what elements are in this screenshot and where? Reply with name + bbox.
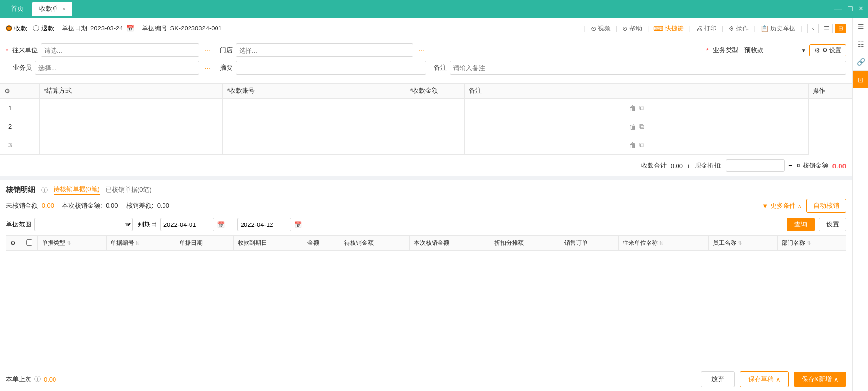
row1-account-input[interactable] [40,99,222,117]
detail-table: ⚙ *结算方式 *收款账号 *收款金额 备注 操作 1 [0,83,852,155]
footer: 本单上次 ⓘ 0.00 放弃 保存草稿 ∧ 保存&新增 ∧ [0,367,852,391]
completed-tab[interactable]: 已核销单据(0笔) [106,185,152,195]
date-to-icon[interactable]: 📅 [294,221,302,228]
right-panel-list-icon[interactable]: ☷ [853,35,868,53]
tab-collection[interactable]: 收款单 × [32,2,72,16]
row1-remark-input[interactable] [406,99,464,117]
pending-tab[interactable]: 待核销单据(0笔) [54,185,100,195]
doc-type-radio-group: 收款 退款 [6,24,54,33]
tab-home[interactable]: 首页 [4,2,30,16]
row2-settlement-input[interactable] [20,117,39,136]
row2-copy-icon[interactable]: ⧉ [639,122,644,131]
summary-field: 摘要 [220,61,426,75]
table-gear-icon[interactable]: ⚙ [4,87,10,95]
window-controls: — □ × [833,3,864,14]
row1-settlement-input[interactable] [20,99,39,117]
filter-row: 单据范围 ▼ 到期日 📅 — 📅 查询 设置 [6,218,846,231]
history-btn[interactable]: 📋 历史单据 [760,24,796,33]
shortcut-btn[interactable]: ⌨ 快捷键 [653,24,684,33]
right-panel-table-icon[interactable]: ☰ [853,18,868,35]
bottom-col-num: 单据编号⇅ [106,236,175,251]
form-area: * 往来单位 ··· 门店 ··· * 业务类型 预收款 ▼ ⚙ [0,39,852,83]
summary-input[interactable] [236,61,426,75]
row3-remark-input[interactable] [406,136,464,154]
view-list-btn[interactable]: ☰ [821,24,833,33]
col-account: *收款账号 [223,84,406,99]
history-icon: 📋 [760,25,769,32]
date-to-input[interactable] [237,218,291,231]
print-btn[interactable]: 🖨 打印 [696,24,717,33]
operations-icon: ⚙ [728,25,734,32]
business-type-chevron-icon[interactable]: ▼ [801,48,806,53]
recon-info-icon[interactable]: ⓘ [41,186,48,195]
store-input[interactable] [236,43,413,57]
bottom-col-check [22,236,38,251]
right-panel-link-icon[interactable]: 🔗 [853,53,868,71]
tab-close-icon[interactable]: × [62,6,65,12]
staff-input[interactable] [35,61,199,75]
radio-collection[interactable]: 收款 [6,24,27,33]
row3-account-input[interactable] [40,136,222,154]
row2-account-input[interactable] [40,117,222,136]
maximize-btn[interactable]: □ [847,3,854,14]
store-more-btn[interactable]: ··· [416,46,426,54]
chevron-up-icon: ∧ [798,203,801,209]
recon-header: 核销明细 ⓘ 待核销单据(0笔) 已核销单据(0笔) [6,185,846,195]
section-divider [0,176,852,180]
staff-more-btn[interactable]: ··· [202,64,212,72]
bottom-col-staff: 员工名称⇅ [709,236,778,251]
row1-amount-input[interactable] [223,99,406,117]
video-btn[interactable]: ⊙ 视频 [591,24,611,33]
save-new-chevron-icon: ∧ [834,376,839,383]
partner-field: * 往来单位 ··· [6,43,212,57]
table-row: 2 🗑 ⧉ [0,117,852,136]
row2-amount-input[interactable] [223,117,406,136]
select-all-checkbox[interactable] [26,239,32,246]
help-btn[interactable]: ⊙ 帮助 [622,24,642,33]
row3-delete-icon[interactable]: 🗑 [629,141,636,149]
row3-copy-icon[interactable]: ⧉ [639,141,644,149]
partner-input[interactable] [41,43,199,57]
row3-amount-input[interactable] [223,136,406,154]
abandon-btn[interactable]: 放弃 [701,371,735,387]
save-draft-btn[interactable]: 保存草稿 ∧ [740,371,789,387]
bottom-col-due: 收款到期日 [234,236,303,251]
row2-delete-icon[interactable]: 🗑 [629,123,636,131]
date-range-field: 到期日 📅 — 📅 [138,218,302,231]
row3-settlement-input[interactable] [20,136,39,154]
right-panel-scan-icon[interactable]: ⊡ [853,71,868,88]
calendar-icon[interactable]: 📅 [126,25,134,32]
date-from-icon[interactable]: 📅 [217,221,225,228]
table-row: 1 🗑 ⧉ [0,99,852,117]
date-from-input[interactable] [160,218,214,231]
radio-refund[interactable]: 退款 [33,24,54,33]
operations-btn[interactable]: ⚙ 操作 [728,24,749,33]
bottom-col-discount: 折扣分摊额 [490,236,560,251]
date-value: 2023-03-24 [90,25,123,32]
col-action: 操作 [809,84,852,99]
query-btn[interactable]: 查询 [787,218,815,231]
row2-remark-input[interactable] [406,117,464,136]
range-select[interactable] [34,218,133,231]
row1-delete-icon[interactable]: 🗑 [629,104,636,112]
shortcut-icon: ⌨ [653,25,663,32]
setting-btn2[interactable]: 设置 [819,218,846,231]
window-close-btn[interactable]: × [858,3,864,14]
auto-recon-btn[interactable]: 自动核销 [806,199,846,213]
save-new-btn[interactable]: 保存&新增 ∧ [794,372,846,387]
more-conditions-btn[interactable]: ▼ 更多条件 ∧ [762,201,801,210]
remark-input[interactable] [450,61,846,75]
table-settings-col: ⚙ [0,84,20,99]
view-grid-btn[interactable]: ⊞ [835,24,846,33]
discount-input[interactable] [726,159,785,172]
info-icon[interactable]: ⓘ [34,375,41,384]
partner-more-btn[interactable]: ··· [202,46,212,54]
row1-copy-icon[interactable]: ⧉ [639,104,644,112]
minimize-btn[interactable]: — [833,3,843,14]
help-icon: ⊙ [622,25,628,32]
bottom-table: ⚙ 单据类型⇅ 单据编号⇅ 单据日期 收款到期日 金额 待核销金额 本次核销金额… [6,235,846,251]
settings-btn[interactable]: ⚙ ⚙ 设置 [809,44,846,56]
filter-action-btns: 查询 设置 [787,218,846,231]
bottom-col-gear: ⚙ [6,236,22,251]
view-prev-btn[interactable]: ‹ [807,24,819,33]
